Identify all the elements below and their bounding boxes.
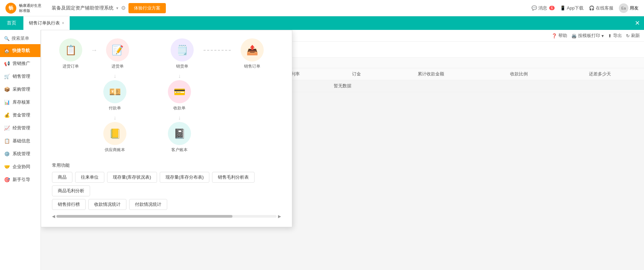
arrow-purchase-order-to-bill: → [91, 46, 98, 61]
avatar: Ea [619, 3, 628, 13]
func-btn-8[interactable]: 付款情况统计 [129, 199, 167, 210]
sidebar-item-basics[interactable]: 📋 基础信息 [0, 134, 40, 147]
sidebar: 🔍 搜索菜单 🏠 快捷导航 📢 营销推广 🛒 销售管理 📦 采购管理 📊 库存核… [0, 30, 41, 270]
service-icon: 🎧 [589, 5, 594, 11]
func-btn-5[interactable]: 商品毛利分析 [52, 185, 90, 196]
dashed-arrow-sale [204, 50, 231, 58]
flow-node-sale-bill[interactable]: 🗒️ 销货单 [163, 38, 201, 69]
customer-account-circle: 📓 [168, 122, 191, 145]
purchase-order-label: 进货订单 [63, 64, 79, 69]
common-functions-title: 常用功能 [52, 162, 281, 168]
func-btn-7[interactable]: 收款情况统计 [88, 199, 126, 210]
sidebar-quick-nav[interactable]: 🏠 快捷导航 [0, 44, 40, 57]
sidebar-item-system[interactable]: ⚙️ 系统管理 [0, 147, 40, 160]
func-btn-6[interactable]: 销售排行榜 [52, 199, 86, 210]
guide-icon: 🎯 [4, 177, 10, 182]
logo-icon: 畅 [5, 3, 16, 14]
scroll-right-icon[interactable]: ▶ [278, 214, 281, 219]
main-layout: 🔍 搜索菜单 🏠 快捷导航 📢 营销推广 🛒 销售管理 📦 采购管理 📊 库存核… [0, 30, 644, 270]
scroll-left-icon[interactable]: ◀ [52, 214, 55, 219]
flow-node-payment-bill[interactable]: 💴 付款单 [96, 80, 134, 111]
func-btn-4[interactable]: 销售毛利分析表 [212, 172, 255, 183]
print-button[interactable]: 🖨️ 按模板打印 ▾ [571, 33, 604, 39]
scroll-thumb [56, 215, 232, 218]
flow-col-sale-order: 📤 销售订单 [233, 38, 271, 69]
flow-node-sale-order[interactable]: 📤 销售订单 [233, 38, 271, 69]
payment-bill-circle: 💴 [103, 80, 126, 103]
sidebar-item-operations[interactable]: 📈 经营管理 [0, 122, 40, 134]
inventory-icon: 📊 [4, 100, 10, 105]
purchase-bill-label: 进货单 [111, 64, 124, 69]
table-col-累计收款金额: 累计收款金额 [380, 68, 482, 80]
sidebar-item-purchase[interactable]: 📦 采购管理 [0, 83, 40, 96]
func-btn-3[interactable]: 现存量(库存分布表) [160, 172, 210, 183]
system-icon: ⚙️ [4, 151, 10, 157]
flow-diagram: 📋 进货订单 → 📝 进货单 [52, 38, 281, 156]
flow-node-customer-account[interactable]: 📓 客户账本 [161, 122, 198, 153]
func-btn-2[interactable]: 现存量(库存状况表) [107, 172, 157, 183]
app-download-button[interactable]: 📱 App下载 [560, 5, 584, 11]
sidebar-item-guide[interactable]: 🎯 新手引导 [0, 173, 40, 186]
flow-col-purchase-bill: 📝 进货单 [99, 38, 136, 69]
flow-col-purchase-order: 📋 进货订单 [52, 38, 89, 69]
collab-icon: 🤝 [4, 164, 10, 169]
message-icon: 💬 [532, 5, 537, 11]
popup-overlay: 📋 进货订单 → 📝 进货单 [41, 30, 292, 227]
logo-text: 畅康通好生意 标准版 [19, 3, 41, 13]
user-area[interactable]: Ea 用友 [619, 3, 639, 13]
home-icon: 🏠 [4, 48, 10, 53]
tab-active[interactable]: 销售订单执行表 × [23, 16, 70, 30]
app-icon: 📱 [560, 5, 565, 11]
sidebar-item-inventory[interactable]: 📊 库存核算 [0, 96, 40, 109]
scroll-track[interactable] [56, 215, 277, 218]
export-icon: ⬆ [608, 33, 612, 38]
online-service-button[interactable]: 🎧 在线客服 [589, 5, 613, 11]
help-button[interactable]: ❓ 帮助 [552, 33, 567, 39]
tab-close-icon[interactable]: × [62, 21, 64, 25]
settings-icon[interactable]: ⚙ [121, 5, 126, 11]
arrow-down-purchase-bill: ↓ [96, 73, 134, 79]
sale-bill-label: 销货单 [176, 64, 188, 69]
arrow-down-payment: ↓ [96, 115, 134, 121]
purchase-order-circle: 📋 [59, 38, 82, 61]
flow-col-sale-bill: 🗒️ 销货单 [163, 38, 201, 69]
system-dropdown-icon[interactable]: ▾ [116, 6, 118, 11]
supplier-account-circle: 📒 [103, 122, 126, 145]
sidebar-item-marketing[interactable]: 📢 营销推广 [0, 57, 40, 70]
tab-bar-close-icon[interactable]: ✕ [635, 19, 640, 27]
payment-bill-label: 付款单 [109, 105, 121, 111]
sale-bill-circle: 🗒️ [171, 38, 194, 61]
func-buttons-row1: 商品往来单位现存量(库存状况表)现存量(库存分布表)销售毛利分析表商品毛利分析 [52, 172, 281, 196]
sidebar-item-finance[interactable]: 💰 资金管理 [0, 109, 40, 122]
table-col-还差多少天: 还差多少天 [556, 68, 644, 80]
export-button[interactable]: ⬆ 导出 [608, 33, 622, 39]
message-button[interactable]: 💬 消息 6 [532, 5, 555, 11]
refresh-icon: ↻ [626, 33, 630, 38]
flow-arrows-down-row: ↓ ↓ [52, 72, 263, 80]
flow-node-receipt-bill[interactable]: 💳 收款单 [161, 80, 198, 111]
marketing-icon: 📢 [4, 61, 10, 66]
search-icon: 🔍 [4, 36, 10, 41]
func-btn-1[interactable]: 往来单位 [75, 172, 104, 183]
print-dropdown-icon: ▾ [602, 33, 604, 38]
table-col-订金: 订金 [333, 68, 380, 80]
finance-icon: 💰 [4, 112, 10, 118]
func-btn-0[interactable]: 商品 [52, 172, 72, 183]
sidebar-item-collab[interactable]: 🤝 企业协同 [0, 160, 40, 173]
logo-area: 畅 畅康通好生意 标准版 [5, 3, 46, 14]
trial-button[interactable]: 体验行业方案 [128, 3, 166, 13]
sale-order-circle: 📤 [241, 38, 264, 61]
flow-row-3: 📒 供应商账本 📓 客户账本 [96, 122, 198, 153]
flow-node-purchase-bill[interactable]: 📝 进货单 [99, 38, 136, 69]
supplier-account-label: 供应商账本 [105, 147, 125, 153]
search-menu[interactable]: 🔍 搜索菜单 [0, 33, 40, 44]
top-header: 畅 畅康通好生意 标准版 装备及固定资产辅助管理系统 ▾ ⚙ 体验行业方案 💬 … [0, 0, 644, 16]
flow-node-supplier-account[interactable]: 📒 供应商账本 [96, 122, 134, 153]
arrow-down-sale-bill: ↓ [161, 73, 198, 79]
flow-node-purchase-order[interactable]: 📋 进货订单 [52, 38, 89, 69]
refresh-button[interactable]: ↻ 刷新 [626, 33, 640, 39]
flow-row-1: 📋 进货订单 → 📝 进货单 [52, 38, 271, 69]
sidebar-item-sales[interactable]: 🛒 销售管理 [0, 70, 40, 83]
tab-home[interactable]: 首页 [0, 16, 23, 30]
basics-icon: 📋 [4, 138, 10, 144]
